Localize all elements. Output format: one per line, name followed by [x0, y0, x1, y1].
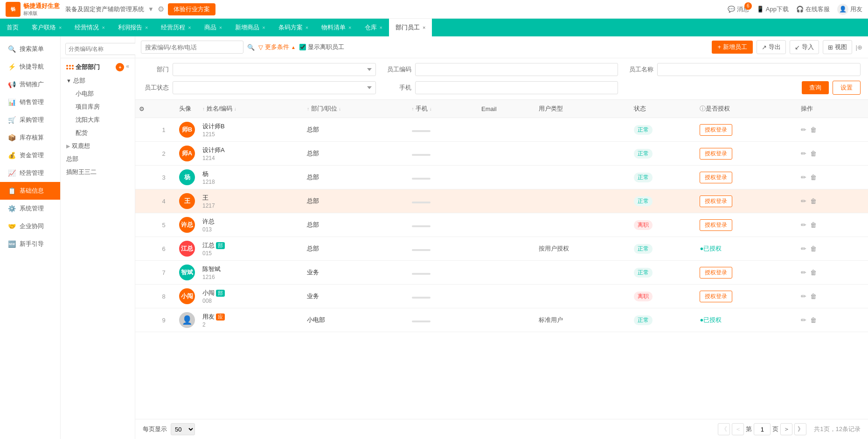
tab-product[interactable]: 商品 ×	[198, 19, 229, 36]
dept-search-input[interactable]	[65, 43, 142, 55]
online-service-btn[interactable]: 🎧 在线客服	[796, 5, 830, 14]
delete-btn[interactable]: 🗑	[810, 316, 817, 324]
phone-input[interactable]	[415, 81, 618, 94]
delete-btn[interactable]: 🗑	[810, 150, 817, 157]
edit-btn[interactable]: ✏	[801, 293, 806, 300]
sidebar-item-sales[interactable]: 📊 销售管理	[0, 93, 60, 111]
close-icon[interactable]: ×	[102, 25, 104, 30]
resigned-checkbox[interactable]	[299, 44, 306, 50]
user-menu[interactable]: 👤 用友	[837, 4, 862, 15]
edit-btn[interactable]: ✏	[801, 174, 806, 181]
emp-status-select[interactable]	[173, 81, 376, 94]
dept-node-zongbu2[interactable]: 总部	[64, 153, 135, 166]
page-size-select[interactable]: 50 20 100	[171, 423, 195, 435]
dept-node-zongbu[interactable]: ▼ 总部	[64, 74, 135, 87]
dept-node-shenyang[interactable]: 沈阳大库	[72, 113, 135, 126]
delete-btn[interactable]: 🗑	[810, 245, 817, 252]
sidebar-item-finance[interactable]: 💰 资金管理	[0, 146, 60, 164]
delete-btn[interactable]: 🗑	[810, 197, 817, 205]
reset-btn[interactable]: 设置	[833, 81, 861, 95]
dept-node-peihuo[interactable]: 配货	[72, 126, 135, 139]
sidebar-item-inventory[interactable]: 📦 库存核算	[0, 129, 60, 146]
sidebar-item-search[interactable]: 🔍 搜索菜单	[0, 40, 60, 58]
settings-icon[interactable]: ⚙	[139, 105, 145, 112]
last-page-btn[interactable]: 》	[794, 423, 806, 435]
sidebar-item-marketing[interactable]: 📢 营销推广	[0, 76, 60, 93]
sidebar-item-operation[interactable]: 📈 经营管理	[0, 164, 60, 182]
auth-btn[interactable]: 授权登录	[700, 172, 732, 183]
tab-add-product[interactable]: 新增商品 ×	[229, 19, 271, 36]
auth-btn[interactable]: 授权登录	[700, 267, 732, 279]
emp-name-input[interactable]	[657, 63, 861, 76]
search-input[interactable]	[141, 41, 243, 54]
close-icon[interactable]: ×	[188, 25, 191, 30]
search-btn[interactable]: 查询	[802, 81, 829, 94]
view-btn[interactable]: ⊞ 视图	[823, 40, 852, 54]
close-icon[interactable]: ×	[145, 25, 148, 30]
dept-select[interactable]	[173, 63, 376, 76]
edit-btn[interactable]: ✏	[801, 221, 806, 229]
app-download-btn[interactable]: 📱 App下载	[757, 5, 789, 14]
prev-page-btn[interactable]: ＜	[732, 423, 744, 435]
delete-btn[interactable]: 🗑	[810, 126, 817, 133]
dropdown-arrow[interactable]: ▼	[148, 6, 154, 13]
tab-history[interactable]: 经营历程 ×	[154, 19, 197, 36]
auth-btn[interactable]: 授权登录	[700, 148, 732, 160]
auth-btn[interactable]: 授权登录	[700, 291, 732, 302]
tab-barcode[interactable]: 条码方案 ×	[272, 19, 315, 36]
delete-btn[interactable]: 🗑	[810, 174, 817, 181]
dept-node-puwang[interactable]: 插附王三二	[64, 166, 135, 179]
more-filter-btn[interactable]: ▽ 更多条件 ▲	[258, 43, 296, 51]
edit-btn[interactable]: ✏	[801, 126, 806, 133]
auth-btn[interactable]: 授权登录	[700, 219, 732, 231]
sidebar-item-quicknav[interactable]: ⚡ 快捷导航	[0, 58, 60, 76]
edit-btn[interactable]: ✏	[801, 269, 806, 276]
sidebar-item-guide[interactable]: 🆕 新手引导	[0, 235, 60, 253]
sidebar-item-basic[interactable]: 📋 基础信息	[0, 182, 60, 200]
tab-operation-status[interactable]: 经营情况 ×	[68, 19, 111, 36]
export-btn[interactable]: ↗ 导出	[757, 40, 786, 54]
delete-btn[interactable]: 🗑	[810, 293, 817, 300]
first-page-btn[interactable]: 《	[718, 423, 730, 435]
sidebar-item-collab[interactable]: 🤝 企业协同	[0, 217, 60, 235]
auth-btn[interactable]: 授权登录	[700, 195, 732, 207]
tab-home[interactable]: 首页	[0, 19, 25, 36]
auth-btn[interactable]: 授权登录	[700, 124, 732, 136]
sidebar-item-purchase[interactable]: 🛒 采购管理	[0, 111, 60, 129]
next-page-btn[interactable]: ＞	[780, 423, 792, 435]
tab-profit[interactable]: 利润报告 ×	[111, 19, 154, 36]
delete-btn[interactable]: 🗑	[810, 221, 817, 229]
close-icon[interactable]: ×	[262, 25, 265, 30]
more-action-icon[interactable]: |⊕	[856, 44, 862, 51]
dept-node-shuangluo[interactable]: ▶ 双鹿想	[64, 139, 135, 153]
sidebar-item-system[interactable]: ⚙️ 系统管理	[0, 200, 60, 217]
edit-btn[interactable]: ✏	[801, 316, 806, 324]
close-icon[interactable]: ×	[306, 25, 308, 30]
dept-collapse-icon[interactable]: «	[126, 63, 129, 71]
dept-add-icon[interactable]: +	[116, 63, 124, 71]
search-icon[interactable]: 🔍	[247, 44, 255, 51]
dept-node-xiangmu[interactable]: 项目库房	[72, 100, 135, 113]
page-input[interactable]	[754, 423, 771, 435]
tab-bom[interactable]: 物料清单 ×	[315, 19, 358, 36]
import-btn[interactable]: ↙ 导入	[790, 40, 819, 54]
tab-warehouse[interactable]: 仓库 ×	[358, 19, 389, 36]
try-btn[interactable]: 体验行业方案	[168, 3, 215, 15]
edit-btn[interactable]: ✏	[801, 197, 806, 205]
add-employee-btn[interactable]: + 新增员工	[712, 41, 752, 54]
close-icon[interactable]: ×	[59, 25, 62, 30]
edit-btn[interactable]: ✏	[801, 245, 806, 252]
delete-btn[interactable]: 🗑	[810, 269, 817, 276]
emp-code-input[interactable]	[415, 63, 618, 76]
dept-node-xiaodian[interactable]: 小电部	[72, 87, 135, 100]
dept-all-btn[interactable]: 全部部门 + «	[61, 60, 135, 74]
close-icon[interactable]: ×	[348, 25, 351, 30]
edit-btn[interactable]: ✏	[801, 150, 806, 157]
close-icon[interactable]: ×	[423, 25, 425, 30]
gear-icon[interactable]: ⚙	[158, 5, 164, 14]
message-btn[interactable]: 💬 消息 6	[728, 5, 749, 14]
close-icon[interactable]: ×	[219, 25, 222, 30]
tab-dept-staff[interactable]: 部门员工 ×	[389, 19, 432, 36]
tab-customer[interactable]: 客户联络 ×	[25, 19, 68, 36]
close-icon[interactable]: ×	[380, 25, 382, 30]
